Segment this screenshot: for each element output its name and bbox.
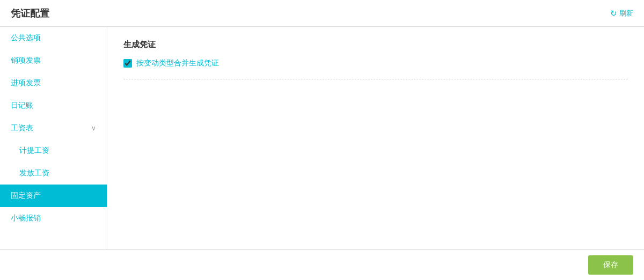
sidebar-item-label: 小畅报销 <box>11 213 41 223</box>
sidebar-item-label: 工资表 <box>11 123 33 133</box>
main-content: 生成凭证 按变动类型合并生成凭证 <box>107 27 644 249</box>
merge-voucher-checkbox[interactable] <box>123 59 132 68</box>
page-wrapper: 凭证配置 ↻ 刷新 公共选项销项发票进项发票日记账工资表∨计提工资发放工资固定资… <box>0 0 644 280</box>
section-title: 生成凭证 <box>123 40 628 50</box>
section-divider <box>123 79 628 79</box>
sidebar-item-label: 销项发票 <box>11 56 41 65</box>
page-header: 凭证配置 ↻ 刷新 <box>0 0 644 27</box>
sidebar-item-fixed-assets[interactable]: 固定资产 <box>0 185 107 207</box>
sidebar-item-payroll[interactable]: 工资表∨ <box>0 117 107 139</box>
page-body: 公共选项销项发票进项发票日记账工资表∨计提工资发放工资固定资产小畅报销 生成凭证… <box>0 27 644 249</box>
sidebar-item-label: 计提工资 <box>19 146 49 156</box>
chevron-down-icon: ∨ <box>91 124 96 132</box>
sidebar-item-label: 固定资产 <box>11 191 41 201</box>
refresh-icon: ↻ <box>610 9 617 18</box>
sidebar-item-label: 日记账 <box>11 101 33 110</box>
sidebar-item-label: 进项发票 <box>11 78 41 88</box>
sidebar-item-public-options[interactable]: 公共选项 <box>0 27 107 49</box>
sidebar-item-pay-wages[interactable]: 发放工资 <box>0 162 107 185</box>
checkbox-row: 按变动类型合并生成凭证 <box>123 58 628 68</box>
sidebar-item-label: 公共选项 <box>11 33 41 43</box>
page-title: 凭证配置 <box>11 7 49 20</box>
sidebar-item-journal[interactable]: 日记账 <box>0 94 107 117</box>
refresh-label: 刷新 <box>619 9 633 18</box>
merge-voucher-label[interactable]: 按变动类型合并生成凭证 <box>136 58 219 68</box>
page-footer: 保存 <box>0 249 644 280</box>
save-button[interactable]: 保存 <box>588 255 633 275</box>
refresh-button[interactable]: ↻ 刷新 <box>610 9 633 18</box>
sidebar-item-label: 发放工资 <box>19 168 49 178</box>
sidebar: 公共选项销项发票进项发票日记账工资表∨计提工资发放工资固定资产小畅报销 <box>0 27 107 249</box>
sidebar-item-expense-reimbursement[interactable]: 小畅报销 <box>0 207 107 230</box>
sidebar-item-sales-invoice[interactable]: 销项发票 <box>0 49 107 72</box>
sidebar-item-commission-wages[interactable]: 计提工资 <box>0 139 107 162</box>
sidebar-item-purchase-invoice[interactable]: 进项发票 <box>0 72 107 94</box>
